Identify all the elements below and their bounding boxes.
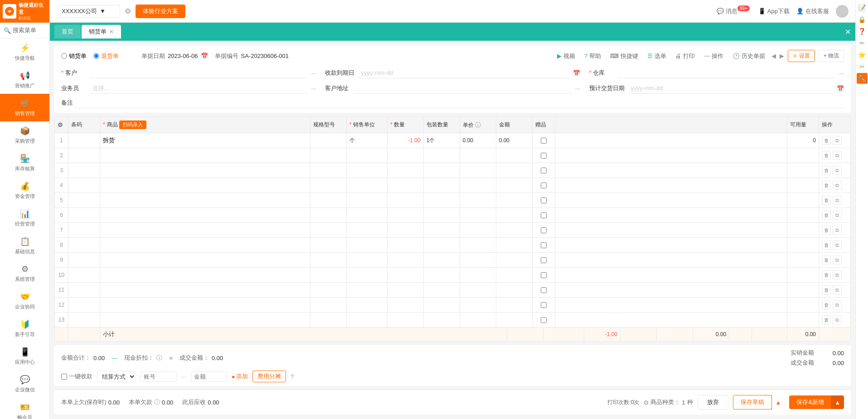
cell-unit-11[interactable] xyxy=(346,298,387,313)
copy-btn-6[interactable]: ⧉ xyxy=(833,226,842,235)
cell-barcode-12[interactable] xyxy=(68,313,100,327)
warehouse-dots[interactable]: ··· xyxy=(839,70,844,77)
expected-date-input[interactable] xyxy=(628,83,833,94)
cell-unit-3[interactable] xyxy=(346,178,387,193)
cell-qty-8[interactable] xyxy=(387,253,423,268)
delete-btn-9[interactable]: 🗑 xyxy=(822,270,831,279)
cell-barcode-3[interactable] xyxy=(68,178,100,193)
cell-product-9[interactable] xyxy=(100,268,310,283)
cell-qty-10[interactable] xyxy=(387,283,423,298)
right-panel-btn-2[interactable]: 🔒 xyxy=(857,14,868,25)
cell-unit-6[interactable] xyxy=(346,223,387,238)
customer-dots[interactable]: ··· xyxy=(311,70,316,77)
right-panel-btn-4[interactable]: ✏ xyxy=(857,38,868,48)
warehouse-input[interactable]: 建材仓 xyxy=(618,67,835,78)
cell-qty-1[interactable] xyxy=(387,148,423,163)
delete-btn-2[interactable]: 🗑 xyxy=(822,166,831,175)
salesperson-dots[interactable]: ··· xyxy=(311,85,316,92)
delete-btn-10[interactable]: 🗑 xyxy=(822,285,831,294)
sidebar-item-purchase[interactable]: 📦 采购管理 xyxy=(0,121,49,149)
right-panel-btn-1[interactable]: 📝 xyxy=(857,2,868,13)
cell-spec-2[interactable] xyxy=(310,163,346,178)
cell-gift-2[interactable] xyxy=(532,163,555,178)
company-selector[interactable]: XXXXXX公司 ▼ xyxy=(57,5,120,18)
cell-product-6[interactable] xyxy=(100,223,310,238)
cell-barcode-10[interactable] xyxy=(68,283,100,298)
cell-product-4[interactable] xyxy=(100,193,310,208)
radio-return-input[interactable] xyxy=(93,53,99,59)
receipt-date-cal[interactable]: 📅 xyxy=(573,70,580,77)
delete-btn-0[interactable]: 🗑 xyxy=(822,136,831,145)
one-click-payment-input[interactable] xyxy=(61,374,67,380)
payment-dots[interactable]: ··· xyxy=(181,373,186,380)
cell-barcode-4[interactable] xyxy=(68,193,100,208)
cell-gift-10[interactable] xyxy=(532,283,555,298)
copy-btn-0[interactable]: ⧉ xyxy=(833,136,842,145)
help-btn[interactable]: ? 帮助 xyxy=(582,51,604,61)
copy-btn-9[interactable]: ⧉ xyxy=(833,270,842,279)
cell-gift-3[interactable] xyxy=(532,178,555,193)
cell-product-7[interactable] xyxy=(100,238,310,253)
topbar-gear-btn[interactable]: ⚙ xyxy=(125,7,131,15)
settings-btn[interactable]: ⊙ 设置 xyxy=(788,50,815,62)
cell-product-3[interactable] xyxy=(100,178,310,193)
cell-product-1[interactable] xyxy=(100,148,310,163)
sidebar-search[interactable]: 🔍 搜索菜单 xyxy=(0,23,49,39)
cell-spec-11[interactable] xyxy=(310,298,346,313)
save-draft-arrow-btn[interactable]: ▲ xyxy=(771,395,785,409)
save-new-arrow-btn[interactable]: ▲ xyxy=(831,395,844,409)
sidebar-item-guide[interactable]: 🔰 新手引导 xyxy=(0,315,49,342)
delete-btn-7[interactable]: 🗑 xyxy=(822,241,831,250)
cell-barcode-0[interactable] xyxy=(68,133,100,148)
radio-return[interactable]: 退货单 xyxy=(93,52,119,60)
cell-barcode-1[interactable] xyxy=(68,148,100,163)
cell-price-5[interactable] xyxy=(460,208,496,223)
cell-price-10[interactable] xyxy=(460,283,496,298)
cell-price-9[interactable] xyxy=(460,268,496,283)
cell-unit-8[interactable] xyxy=(346,253,387,268)
delete-btn-4[interactable]: 🗑 xyxy=(822,196,831,205)
copy-btn-2[interactable]: ⧉ xyxy=(833,166,842,175)
note-input[interactable] xyxy=(77,97,844,108)
right-panel-btn-3[interactable]: ❓ xyxy=(857,26,868,37)
cell-qty-11[interactable] xyxy=(387,298,423,313)
cell-unit-5[interactable] xyxy=(346,208,387,223)
cell-barcode-11[interactable] xyxy=(68,298,100,313)
operations-btn[interactable]: ⋯ 操作 xyxy=(701,51,726,61)
cell-barcode-6[interactable] xyxy=(68,223,100,238)
shortcut-btn[interactable]: ⌨ 快捷键 xyxy=(607,51,641,61)
cell-qty-5[interactable] xyxy=(387,208,423,223)
message-btn[interactable]: 💬 消息 99+ xyxy=(717,7,752,15)
expense-btn[interactable]: 费用分摊 xyxy=(252,371,286,382)
sidebar-item-quick-nav[interactable]: ⚡ 快捷导航 xyxy=(0,39,49,66)
amount-input[interactable] xyxy=(191,371,227,382)
right-panel-btn-7[interactable]: 🔧 xyxy=(857,73,868,84)
cell-barcode-9[interactable] xyxy=(68,268,100,283)
logistics-btn[interactable]: + 物流 xyxy=(819,50,844,62)
customer-addr-input[interactable] xyxy=(354,83,571,94)
scan-btn[interactable]: 扫码录入 xyxy=(119,120,146,129)
cell-gift-9[interactable] xyxy=(532,268,555,283)
copy-btn-7[interactable]: ⧉ xyxy=(833,241,842,250)
cell-unit-7[interactable] xyxy=(346,238,387,253)
cell-gift-12[interactable] xyxy=(532,313,555,327)
user-avatar[interactable] xyxy=(836,5,849,18)
cell-price-1[interactable] xyxy=(460,148,496,163)
select-btn[interactable]: ☰ 选单 xyxy=(645,51,669,61)
cell-gift-11[interactable] xyxy=(532,298,555,313)
delete-btn-5[interactable]: 🗑 xyxy=(822,211,831,220)
cell-qty-4[interactable] xyxy=(387,193,423,208)
cell-product-2[interactable] xyxy=(100,163,310,178)
nav-prev-btn[interactable]: ◀ xyxy=(771,53,776,59)
copy-btn-11[interactable]: ⧉ xyxy=(833,300,842,309)
cell-product-11[interactable] xyxy=(100,298,310,313)
tabbar-close-btn[interactable]: ✕ xyxy=(845,28,851,36)
copy-btn-5[interactable]: ⧉ xyxy=(833,211,842,220)
service-btn[interactable]: 👤 在线客服 xyxy=(796,7,829,15)
delete-btn-12[interactable]: 🗑 xyxy=(822,315,831,324)
nav-next-btn[interactable]: ▶ xyxy=(780,53,784,59)
trial-button[interactable]: 体验行业方案 xyxy=(136,5,185,18)
cell-gift-4[interactable] xyxy=(532,193,555,208)
cell-price-12[interactable] xyxy=(460,313,496,327)
cell-price-8[interactable] xyxy=(460,253,496,268)
